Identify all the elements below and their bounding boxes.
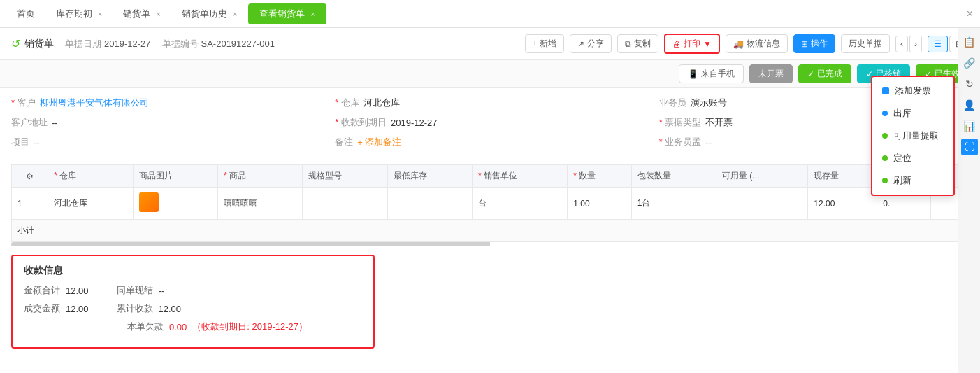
summary-title: 收款信息 [24,265,362,277]
dropdown-add-invoice[interactable]: 添加发票 [872,80,953,102]
due-date-label: 收款到期日 [335,116,387,129]
tab-inventory[interactable]: 库存期初 × [46,2,112,26]
th-min-stock: 最低库存 [387,165,472,188]
plus-icon: + [357,137,363,148]
form-row-2: 客户地址 -- 收款到期日 2019-12-27 票据类型 不开票 [11,116,969,129]
sidebar-expand-icon[interactable]: ⛶ [961,139,978,155]
sidebar-doc-icon[interactable]: 📋 [961,34,978,50]
dot-icon-outbound [882,111,888,116]
total-amount-value: 12.00 [66,286,89,296]
tab-sales-history-close[interactable]: × [233,10,237,18]
sidebar-link-icon[interactable]: 🔗 [961,55,978,71]
add-note-label: 添加备注 [365,136,401,148]
row-warehouse: 河北仓库 [48,188,133,220]
project-label: 项目 [11,136,29,148]
print-icon: 🖨 [672,39,681,49]
close-window-button[interactable]: × [967,8,973,20]
subtotal-row: 小计 [12,220,969,242]
prev-button[interactable]: ‹ [895,36,908,52]
new-button-label: + 新增 [533,38,556,50]
dropdown-locate[interactable]: 定位 [872,147,953,169]
sidebar-user-icon[interactable]: 👤 [961,97,978,113]
row-min-stock [387,188,472,220]
list-view-button[interactable]: ☰ [928,36,948,52]
tab-home[interactable]: 首页 [7,2,45,26]
warehouse-value: 河北仓库 [363,97,400,109]
summary-cumulative: 累计收款 12.00 [117,302,182,315]
table-row: 1 河北仓库 嘻嘻嘻嘻 台 1.00 1台 12.00 0. [12,188,969,220]
due-date-value: 2019-12-27 [391,118,438,128]
row-unit: 台 [472,188,567,220]
new-button[interactable]: + 新增 [525,34,564,53]
complete-button[interactable]: ✓ 已完成 [798,64,851,83]
tab-bar: 首页 库存期初 × 销货单 × 销货单历史 × 查看销货单 × × [0,0,980,28]
tab-sales[interactable]: 销货单 × [113,2,170,26]
customer-value[interactable]: 柳州粤港平安气体有限公司 [40,97,149,109]
th-product: 商品 [217,165,302,188]
dropdown-menu: 添加发票 出库 可用量提取 定位 刷新 [871,76,955,196]
logistics-button-label: 物流信息 [747,38,780,50]
tab-sales-history-label: 销货单历史 [182,8,227,20]
project-field: 项目 -- [11,136,321,148]
summary-row-3: 本单欠款 0.00 （收款到期日: 2019-12-27） [24,321,362,333]
copy-button[interactable]: ⧉ 复制 [617,34,658,53]
operations-button[interactable]: ⊞ 操作 [793,34,835,53]
cumulative-label: 累计收款 [117,302,153,315]
add-note-button[interactable]: + 添加备注 [357,136,401,148]
same-settle-label: 同单现结 [117,284,153,297]
sidebar-refresh-icon[interactable]: ↻ [961,76,978,92]
doc-header: ↺ 销货单 单据日期 2019-12-27 单据编号 SA-20191227-0… [0,28,980,60]
customer-label: 客户 [11,97,36,109]
sidebar-chart-icon[interactable]: 📊 [961,118,978,134]
tab-check-sales[interactable]: 查看销货单 × [248,3,326,24]
tab-home-label: 首页 [17,8,35,20]
not-open-button[interactable]: 未开票 [749,64,793,83]
th-qty: 数量 [568,165,631,188]
dropdown-available-qty[interactable]: 可用量提取 [872,125,953,147]
doc-date-label: 单据日期 [65,38,101,50]
logistics-button[interactable]: 🚚 物流信息 [726,34,788,53]
summary-same-settle: 同单现结 -- [117,284,165,297]
dropdown-refresh[interactable]: 刷新 [872,169,953,192]
share-button[interactable]: ↗ 分享 [570,34,612,53]
salesperson-label: 业务员 [659,97,686,109]
dot-icon-available [882,133,888,139]
operations-button-label: 操作 [811,38,828,50]
not-open-label: 未开票 [758,68,784,80]
print-dropdown-icon: ▼ [703,39,712,49]
form-row-1: 客户 柳州粤港平安气体有限公司 仓库 河北仓库 业务员 演示账号 [11,97,969,109]
dropdown-outbound[interactable]: 出库 [872,102,953,125]
row-product-name: 嘻嘻嘻嘻 [217,188,302,220]
summary-row-1: 金额合计 12.00 同单现结 -- [24,284,362,297]
next-button[interactable]: › [909,36,922,52]
print-button[interactable]: 🖨 打印 ▼ [664,34,720,54]
history-button[interactable]: 历史单据 [841,34,890,53]
doc-title-icon: ↺ [11,37,20,50]
tab-sales-close[interactable]: × [156,10,160,18]
row-pkg-qty: 1台 [631,188,716,220]
data-table: ⚙ 仓库 商品图片 商品 规格型号 最低库存 销售单位 数量 包装数量 可用量 … [11,164,969,242]
cumulative-value: 12.00 [159,304,182,314]
dot-icon-locate [882,155,888,161]
th-available: 可用量 (... [716,165,808,188]
tab-sales-label: 销货单 [123,8,150,20]
doc-title-text: 销货单 [24,38,54,50]
product-thumbnail [139,192,159,212]
subtotal-label: 小计 [12,220,969,242]
total-amount-label: 金额合计 [24,284,60,297]
share-icon: ↗ [577,39,584,49]
due-extra: （收款到期日: 2019-12-27） [192,321,308,333]
from-phone-button[interactable]: 📱 来自手机 [679,64,744,83]
logistics-icon: 🚚 [733,39,744,49]
tab-check-sales-close[interactable]: × [310,10,315,18]
locate-label: 定位 [893,152,911,164]
ticket-type-value: 不开票 [705,116,733,129]
tab-inventory-close[interactable]: × [98,10,102,18]
th-settings: ⚙ [12,165,48,188]
add-invoice-label: 添加发票 [895,85,931,97]
tab-sales-history[interactable]: 销货单历史 × [172,2,247,26]
check-icon: ✓ [807,69,814,79]
phone-icon: 📱 [688,69,698,79]
note-label: 备注 [335,136,353,148]
summary-deal-amount: 成交金额 12.00 [24,302,89,315]
